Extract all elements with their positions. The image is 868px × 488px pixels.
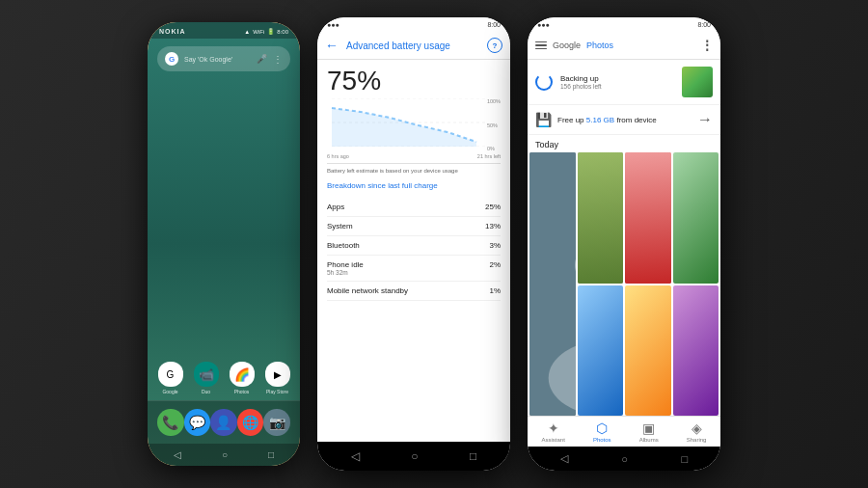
breakdown-item-system[interactable]: System 13% [327, 217, 501, 236]
back-button[interactable]: ◁ [560, 452, 568, 465]
home-button[interactable]: ○ [621, 453, 628, 465]
photo-2[interactable] [578, 152, 624, 284]
photo-3[interactable] [625, 152, 671, 284]
dock-contacts[interactable]: 👤 [210, 409, 237, 436]
photos-icon: 🌈 [230, 362, 255, 387]
search-bar[interactable]: G Say 'Ok Google' 🎤 ⋮ [157, 46, 290, 71]
time-left: 21 hrs left [477, 153, 501, 159]
battery-chart: 100% 50% 0% [327, 98, 501, 151]
dock-camera[interactable]: 📷 [263, 409, 290, 436]
item-sub-phone-idle: 5h 32m [327, 269, 364, 276]
photo-grid [528, 152, 720, 416]
wifi-icon: WiFi [253, 29, 264, 35]
item-label-mobile-standby: Mobile network standby [327, 286, 408, 295]
dock-chrome[interactable]: 🌐 [237, 409, 264, 436]
nav-sharing[interactable]: ◈ Sharing [687, 420, 707, 443]
app-photos-label: Photos [234, 389, 250, 394]
app-playstore[interactable]: ▶ Play Store [262, 362, 292, 394]
home-button[interactable]: ○ [411, 449, 418, 463]
item-label-apps: Apps [327, 203, 344, 211]
photo-7[interactable] [673, 285, 719, 417]
time-display: 8:00 [697, 21, 711, 28]
photos-nav-icon: ⬡ [596, 420, 608, 436]
backup-title: Backing up [560, 74, 674, 83]
breakdown-item-bluetooth[interactable]: Bluetooth 3% [327, 236, 501, 256]
signal-dots: ●●● [537, 21, 550, 28]
phone-3-navbar: ◁ ○ □ [528, 447, 720, 471]
phone-1-screen: NOKIA ▲ WiFi 🔋 8:00 G Say 'Ok Google' 🎤 … [148, 22, 300, 466]
breakdown-item-mobile-standby[interactable]: Mobile network standby 1% [327, 282, 501, 301]
back-button[interactable]: ◁ [351, 449, 360, 463]
battery-percentage: 75% [327, 68, 501, 95]
duo-icon: 📹 [194, 362, 219, 387]
nav-albums[interactable]: ▣ Albums [639, 420, 659, 443]
app-grid: G Google 📹 Duo 🌈 Photos ▶ Play Store [148, 362, 300, 394]
google-icon: G [158, 362, 183, 387]
photo-1[interactable] [529, 152, 576, 416]
help-button[interactable]: ? [487, 38, 502, 53]
recents-button[interactable]: □ [470, 449, 476, 463]
nokia-logo: NOKIA [159, 28, 186, 35]
overflow-menu-button[interactable]: ⋮ [700, 38, 713, 53]
nav-assistant[interactable]: ✦ Assistant [542, 420, 565, 443]
chart-50: 50% [487, 122, 501, 128]
breakdown-item-apps[interactable]: Apps 25% [327, 198, 501, 217]
menu-line-2 [535, 44, 547, 46]
menu-line-1 [535, 41, 547, 43]
photos-header: Google Photos ⋮ [528, 32, 720, 60]
back-button[interactable]: ← [325, 38, 339, 53]
phone-2-wrapper: ●●● 8:00 ← Advanced battery usage ? 75% [317, 17, 510, 471]
photos-wordmark: Photos [586, 41, 613, 50]
nav-photos[interactable]: ⬡ Photos [593, 420, 611, 443]
mic-icon[interactable]: 🎤 [257, 54, 267, 64]
device-icon: 💾 [535, 112, 552, 127]
photo-5[interactable] [578, 285, 624, 417]
backup-spinner-icon [535, 73, 553, 91]
assistant-icon: ✦ [548, 420, 559, 436]
item-pct-mobile-standby: 1% [489, 286, 501, 295]
phone-2-status-bar: ●●● 8:00 [317, 17, 510, 32]
home-button[interactable]: ○ [222, 449, 228, 460]
item-pct-system: 13% [485, 222, 501, 230]
phone-1-wrapper: NOKIA ▲ WiFi 🔋 8:00 G Say 'Ok Google' 🎤 … [148, 22, 300, 466]
item-pct-phone-idle: 2% [489, 260, 501, 269]
backup-subtitle: 156 photos left [560, 83, 674, 90]
battery-note: Battery left estimate is based on your d… [327, 163, 501, 174]
recents-button[interactable]: □ [268, 449, 274, 460]
phone-1-navbar: ◁ ○ □ [148, 444, 300, 466]
app-duo[interactable]: 📹 Duo [191, 362, 221, 394]
sharing-icon: ◈ [692, 420, 702, 436]
signal-dots: ●●● [327, 21, 339, 28]
phone-1-status-icons: ▲ WiFi 🔋 8:00 [244, 28, 288, 35]
app-google[interactable]: G Google [155, 362, 185, 394]
search-placeholder: Say 'Ok Google' [184, 56, 251, 63]
backup-row: Backing up 156 photos left [528, 60, 720, 105]
phone-3-wrapper: ●●● 8:00 Google Photos ⋮ Backing up 156 … [528, 17, 720, 471]
back-button[interactable]: ◁ [174, 449, 181, 460]
time-labels: 6 hrs ago 21 hrs left [327, 153, 501, 159]
chart-0: 0% [487, 146, 501, 151]
overflow-icon[interactable]: ⋮ [273, 54, 283, 65]
battery-header: ← Advanced battery usage ? [317, 32, 510, 60]
breakdown-item-phone-idle[interactable]: Phone idle 5h 32m 2% [327, 256, 501, 282]
photo-4[interactable] [673, 152, 719, 284]
breakdown-title: Breakdown since last full charge [327, 181, 501, 190]
photo-6[interactable] [625, 285, 671, 417]
app-photos[interactable]: 🌈 Photos [227, 362, 257, 394]
menu-button[interactable] [535, 41, 547, 50]
app-duo-label: Duo [202, 389, 210, 394]
phone-2-screen: ●●● 8:00 ← Advanced battery usage ? 75% [317, 17, 510, 471]
google-wordmark: Google [553, 41, 581, 50]
item-pct-bluetooth: 3% [489, 241, 501, 250]
dock-messages[interactable]: 💬 [184, 409, 211, 436]
recents-button[interactable]: □ [682, 453, 689, 465]
wallpaper-area [148, 79, 300, 362]
dock-phone[interactable]: 📞 [157, 409, 184, 436]
svg-marker-3 [332, 108, 476, 147]
time-ago: 6 hrs ago [327, 153, 349, 159]
phone-1: NOKIA ▲ WiFi 🔋 8:00 G Say 'Ok Google' 🎤 … [148, 22, 300, 466]
app-dock: 📞 💬 👤 🌐 📷 [148, 400, 300, 444]
free-up-text: Free up 5.16 GB from device [557, 116, 692, 124]
app-playstore-label: Play Store [266, 389, 288, 394]
free-up-row[interactable]: 💾 Free up 5.16 GB from device → [528, 105, 720, 135]
